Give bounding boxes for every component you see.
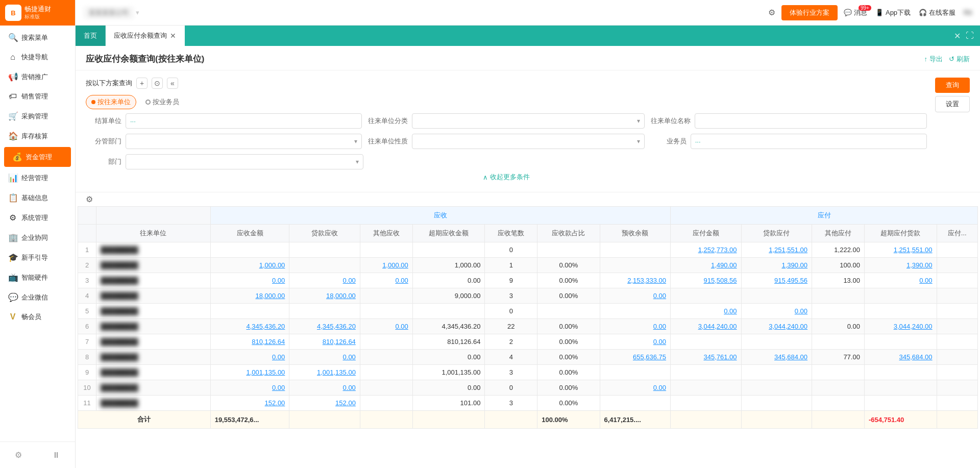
settings-query-btn[interactable]: 设置 — [935, 96, 970, 112]
table-cell[interactable]: 152.00 — [210, 396, 289, 411]
table-cell[interactable]: 0.00 — [600, 334, 671, 350]
table-cell[interactable]: 1,001,135.00 — [210, 365, 289, 380]
sidebar-item-enterprise[interactable]: 🏢 企业协同 — [0, 228, 75, 248]
unit-name-label: 往来单位名称 — [651, 116, 691, 126]
table-cell[interactable]: 1,390.00 — [741, 258, 812, 273]
sidebar-item-enterprise-wechat[interactable]: 💬 企业微信 — [0, 287, 75, 307]
table-cell[interactable]: 0.00 — [864, 273, 937, 288]
sidebar-item-purchase[interactable]: 🛒 采购管理 — [0, 106, 75, 126]
table-cell[interactable]: 655,636.75 — [600, 350, 671, 365]
table-cell — [360, 334, 412, 350]
table-cell[interactable]: 3,044,240.00 — [741, 319, 812, 334]
add-scheme-btn[interactable]: + — [136, 78, 148, 89]
table-cell[interactable]: 0.00 — [360, 273, 412, 288]
table-cell[interactable]: 0.00 — [210, 380, 289, 396]
table-cell[interactable]: 810,126.64 — [210, 334, 289, 350]
table-cell[interactable]: 1,252,773.00 — [671, 242, 742, 258]
dept-input[interactable]: ▾ — [126, 154, 363, 169]
unit-category-input[interactable]: ▾ — [412, 113, 644, 129]
table-cell[interactable]: 4,345,436.20 — [289, 319, 360, 334]
th-ar-ratio: 应收款占比 — [537, 225, 600, 242]
unit-name-input[interactable] — [695, 113, 927, 129]
sidebar-item-basic-info[interactable]: 📋 基础信息 — [0, 188, 75, 208]
maximize-btn[interactable]: ⛶ — [966, 31, 974, 40]
settings-bottom-btn[interactable]: ⚙ — [11, 446, 26, 464]
scheme-settings-btn[interactable]: ⊙ — [152, 78, 163, 89]
topbar-gear-icon[interactable]: ⚙ — [768, 8, 775, 17]
sub-nav-by-staff[interactable]: 按业务员 — [140, 95, 184, 109]
dept-manager-input[interactable]: ▾ — [126, 134, 362, 149]
table-cell[interactable]: 18,000.00 — [289, 288, 360, 304]
tab-ar-ap-query[interactable]: 应收应付余额查询 ✕ — [106, 26, 185, 46]
chevron-down-icon: ▾ — [637, 138, 640, 145]
sidebar-item-search[interactable]: 🔍 搜索菜单 — [0, 28, 75, 47]
logo-subtitle: 标准版 — [24, 13, 51, 20]
tab-close-icon[interactable]: ✕ — [170, 32, 176, 40]
table-cell[interactable]: 3,044,240.00 — [864, 319, 937, 334]
table-cell[interactable]: 0.00 — [289, 380, 360, 396]
table-cell[interactable]: 0.00 — [360, 319, 412, 334]
collapse-icon: ∧ — [483, 174, 488, 181]
sidebar-item-smart-hw[interactable]: 📺 智能硬件 — [0, 267, 75, 287]
table-cell[interactable]: 915,508.56 — [671, 273, 742, 288]
table-cell[interactable]: 0.00 — [210, 350, 289, 365]
table-cell[interactable]: 3,044,240.00 — [671, 319, 742, 334]
collapse-sidebar-btn[interactable]: ⏸ — [48, 447, 64, 464]
online-service-btn[interactable]: 🎧 在线客服 — [919, 8, 955, 17]
notification-btn[interactable]: 💬 消息 99+ — [844, 8, 867, 17]
table-cell[interactable]: 1,000.00 — [360, 258, 412, 273]
table-cell[interactable]: 0.00 — [600, 380, 671, 396]
table-cell[interactable]: 810,126.64 — [289, 334, 360, 350]
sidebar-item-inventory[interactable]: 🏠 库存核算 — [0, 126, 75, 146]
sidebar-item-beginner[interactable]: 🎓 新手引导 — [0, 248, 75, 267]
table-cell[interactable]: 1,000.00 — [210, 258, 289, 273]
sidebar-item-quick-nav[interactable]: ⌂ 快捷导航 — [0, 47, 75, 67]
table-cell[interactable]: 0.00 — [289, 273, 360, 288]
sidebar-item-marketing[interactable]: 📢 营销推广 — [0, 67, 75, 87]
table-cell[interactable]: 1,251,551.00 — [864, 242, 937, 258]
app-download-btn[interactable]: 📱 App下载 — [875, 8, 911, 17]
footer-ar-amount[interactable]: 19,553,472,6... — [210, 411, 289, 429]
enterprise-icon: 🏢 — [8, 233, 17, 242]
export-btn[interactable]: ↑ 导出 — [924, 55, 943, 64]
sub-nav-by-unit[interactable]: 按往来单位 — [86, 95, 136, 109]
table-cell[interactable]: 4,345,436.20 — [210, 319, 289, 334]
table-cell[interactable]: 0.00 — [671, 304, 742, 319]
table-cell[interactable]: 345,761.00 — [671, 350, 742, 365]
table-cell[interactable]: 1,001,135.00 — [289, 365, 360, 380]
sidebar-item-finance[interactable]: 💰 资金管理 — [4, 147, 71, 167]
table-settings-icon[interactable]: ⚙ — [86, 194, 93, 204]
refresh-btn[interactable]: ↺ 刷新 — [949, 55, 970, 64]
table-cell[interactable]: 0.00 — [210, 273, 289, 288]
table-cell[interactable]: 0.00 — [741, 304, 812, 319]
table-cell[interactable]: 2,153,333.00 — [600, 273, 671, 288]
footer-ap-overdue[interactable]: -654,751.40 — [864, 411, 937, 429]
unit-nature-input[interactable]: ▾ — [412, 134, 644, 149]
table-cell[interactable]: 1,390.00 — [864, 258, 937, 273]
footer-ar-advance[interactable]: 6,417,215.... — [600, 411, 671, 429]
table-cell[interactable]: 0.00 — [600, 319, 671, 334]
promo-btn[interactable]: 体验行业方案 — [781, 5, 838, 20]
table-cell[interactable]: 1,251,551.00 — [741, 242, 812, 258]
user-name[interactable]: Rit — [964, 9, 972, 16]
table-cell[interactable]: 345,684.00 — [864, 350, 937, 365]
settlement-unit-input[interactable]: ··· — [126, 113, 362, 129]
tab-home[interactable]: 首页 — [76, 26, 106, 46]
table-cell[interactable]: 0.00 — [289, 350, 360, 365]
sidebar-item-operations[interactable]: 📊 经营管理 — [0, 168, 75, 188]
salesperson-input[interactable]: ··· — [691, 134, 927, 149]
query-btn[interactable]: 查询 — [935, 78, 970, 93]
table-cell[interactable]: 0.00 — [600, 288, 671, 304]
table-cell[interactable]: 152.00 — [289, 396, 360, 411]
sidebar-item-system[interactable]: ⚙ 系统管理 — [0, 208, 75, 228]
table-cell[interactable]: 345,684.00 — [741, 350, 812, 365]
table-cell[interactable]: 915,495.56 — [741, 273, 812, 288]
footer-ar-ratio: 100.00% — [537, 411, 600, 429]
sidebar-item-sales[interactable]: 🏷 销售管理 — [0, 87, 75, 106]
scheme-collapse-btn[interactable]: « — [167, 78, 178, 89]
table-cell[interactable]: 1,490.00 — [671, 258, 742, 273]
close-window-btn[interactable]: ✕ — [954, 31, 961, 41]
collapse-btn[interactable]: ∧ 收起更多条件 — [86, 169, 927, 185]
table-cell[interactable]: 18,000.00 — [210, 288, 289, 304]
sidebar-item-vip[interactable]: V 畅会员 — [0, 307, 75, 327]
